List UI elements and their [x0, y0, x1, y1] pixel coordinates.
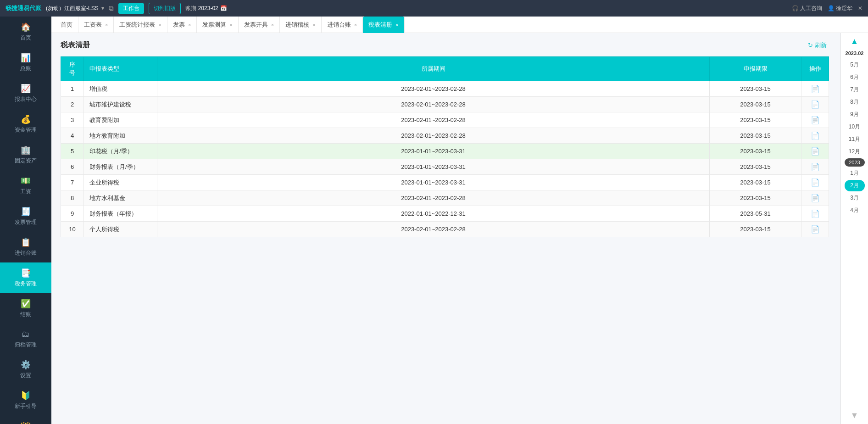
sidebar-item-guide[interactable]: 🔰 新手引导	[0, 385, 51, 416]
tab-tax-register[interactable]: 税表清册 ×	[363, 17, 404, 33]
table-row: 6 财务报表（月/季） 2023-01-01~2023-03-31 2023-0…	[61, 159, 829, 175]
company-dropdown-icon[interactable]: ▾	[101, 5, 104, 11]
sidebar-item-invoice[interactable]: 🧾 发票管理	[0, 201, 51, 232]
tab-home[interactable]: 首页	[55, 17, 78, 33]
cal-up-button[interactable]: ▲	[851, 37, 859, 46]
sidebar-label-fund: 资金管理	[15, 126, 37, 134]
action-icon-7[interactable]: 📄	[811, 194, 820, 202]
cal-down-button[interactable]: ▼	[851, 411, 859, 420]
table-header-row: 序号 申报表类型 所属期间 申报期限 操作	[61, 57, 829, 81]
sidebar-item-salary[interactable]: 💵 工资	[0, 170, 51, 201]
tab-purchase-ledger[interactable]: 进销台账 ×	[322, 17, 363, 33]
table-row: 1 增值税 2023-02-01~2023-02-28 2023-03-15 📄	[61, 81, 829, 97]
tab-close-invoice-open[interactable]: ×	[271, 22, 274, 28]
tab-label-tax-register: 税表清册	[368, 21, 392, 29]
close-window-button[interactable]: ✕	[858, 5, 862, 11]
sidebar-item-member[interactable]: 👑 畅会员	[0, 416, 51, 424]
cal-month-9[interactable]: 9月	[845, 109, 865, 120]
copy-icon[interactable]: ⧉	[109, 4, 114, 12]
tab-salary-report[interactable]: 工资统计报表 ×	[114, 17, 167, 33]
action-icon-9[interactable]: 📄	[811, 225, 820, 233]
sidebar-item-ledger[interactable]: 📊 总账	[0, 47, 51, 78]
sidebar-item-asset[interactable]: 🏢 固定资产	[0, 139, 51, 170]
archive-icon: 🗂	[22, 329, 30, 339]
tab-invoice[interactable]: 发票 ×	[167, 17, 197, 33]
cell-deadline: 2023-03-15	[710, 81, 801, 97]
tab-close-invoice-check[interactable]: ×	[229, 22, 232, 28]
cell-period: 2023-02-01~2023-02-28	[157, 222, 710, 237]
settings-icon: ⚙️	[21, 360, 31, 370]
action-icon-6[interactable]: 📄	[811, 179, 820, 186]
cell-action: 📄	[801, 81, 829, 97]
tab-close-tax-register[interactable]: ×	[395, 22, 398, 28]
cell-type: 财务报表（月/季）	[84, 159, 157, 175]
switch-version-button[interactable]: 切到旧版	[149, 3, 181, 14]
cal-month-11[interactable]: 11月	[845, 134, 865, 145]
cal-month-6[interactable]: 6月	[845, 72, 865, 83]
cell-type: 教育费附加	[84, 112, 157, 128]
sidebar-label-guide: 新手引导	[15, 402, 37, 410]
cal-month-2[interactable]: 2月	[845, 180, 865, 191]
cal-month-10[interactable]: 10月	[845, 121, 865, 133]
cal-month-8[interactable]: 8月	[845, 96, 865, 108]
refresh-icon: ↻	[808, 42, 813, 49]
tab-invoice-check[interactable]: 发票测算 ×	[197, 17, 238, 33]
sidebar: 🏠 首页 📊 总账 📈 报表中心 💰 资金管理 🏢 固定资产 💵 工资 🧾 发票…	[0, 17, 51, 424]
action-icon-0[interactable]: 📄	[811, 85, 820, 93]
cal-month-7[interactable]: 7月	[845, 84, 865, 95]
page-title: 税表清册	[61, 40, 90, 50]
member-icon: 👑	[21, 421, 31, 424]
sidebar-label-home: 首页	[20, 34, 31, 42]
cell-type: 财务报表（年报）	[84, 206, 157, 222]
content-area: 首页 工资表 × 工资统计报表 × 发票 × 发票测算 × 发票开具 ×	[51, 17, 868, 424]
cal-month-4[interactable]: 4月	[845, 205, 865, 216]
cal-month-1[interactable]: 1月	[845, 167, 865, 179]
cal-month-3[interactable]: 3月	[845, 192, 865, 204]
sidebar-item-settle[interactable]: ✅ 结账	[0, 293, 51, 324]
sidebar-label-archive: 归档管理	[15, 341, 37, 349]
sidebar-item-fund[interactable]: 💰 资金管理	[0, 109, 51, 139]
action-icon-3[interactable]: 📄	[811, 132, 820, 139]
action-icon-5[interactable]: 📄	[811, 163, 820, 171]
tab-close-purchase-ledger[interactable]: ×	[354, 22, 357, 28]
cal-month-5[interactable]: 5月	[845, 59, 865, 71]
action-icon-2[interactable]: 📄	[811, 116, 820, 124]
cell-deadline: 2023-03-15	[710, 175, 801, 190]
guide-icon: 🔰	[21, 391, 31, 401]
cell-seq: 9	[61, 206, 84, 222]
tab-close-invoice[interactable]: ×	[188, 22, 191, 28]
refresh-button[interactable]: ↻ 刷新	[808, 41, 827, 50]
cell-deadline: 2023-03-15	[710, 112, 801, 128]
tab-bar: 首页 工资表 × 工资统计报表 × 发票 × 发票测算 × 发票开具 ×	[51, 17, 868, 33]
sidebar-item-archive[interactable]: 🗂 归档管理	[0, 324, 51, 354]
action-icon-1[interactable]: 📄	[811, 100, 820, 108]
calendar-icon[interactable]: 📅	[220, 5, 227, 11]
tab-close-salary[interactable]: ×	[105, 22, 108, 28]
cal-month-12[interactable]: 12月	[845, 146, 865, 157]
tab-close-salary-report[interactable]: ×	[158, 22, 161, 28]
action-icon-8[interactable]: 📄	[811, 210, 820, 218]
tab-invoice-open[interactable]: 发票开具 ×	[239, 17, 280, 33]
cell-action: 📄	[801, 222, 829, 237]
salary-icon: 💵	[21, 176, 31, 186]
tab-salary[interactable]: 工资表 ×	[78, 17, 114, 33]
sidebar-item-home[interactable]: 🏠 首页	[0, 17, 51, 47]
workbench-button[interactable]: 工作台	[118, 3, 144, 14]
tab-label-salary: 工资表	[84, 21, 102, 29]
sidebar-item-settings[interactable]: ⚙️ 设置	[0, 354, 51, 385]
cell-seq: 7	[61, 175, 84, 190]
cell-type: 增值税	[84, 81, 157, 97]
user-avatar[interactable]: 👤 徐淫华	[828, 5, 852, 12]
tab-close-purchase-check[interactable]: ×	[312, 22, 315, 28]
cell-deadline: 2023-03-15	[710, 222, 801, 237]
tab-label-purchase-ledger: 进销台账	[327, 21, 351, 29]
period-info: 账期 2023-02 📅	[185, 5, 227, 12]
tab-purchase-check[interactable]: 进销稽核 ×	[280, 17, 321, 33]
action-icon-4[interactable]: 📄	[811, 147, 820, 155]
service-button[interactable]: 🎧 人工咨询	[792, 5, 822, 12]
sidebar-item-report[interactable]: 📈 报表中心	[0, 78, 51, 109]
sidebar-item-purchase[interactable]: 📋 进销台账	[0, 232, 51, 262]
sidebar-label-ledger: 总账	[20, 65, 31, 73]
tab-label-invoice: 发票	[173, 21, 185, 29]
sidebar-item-tax[interactable]: 📑 税务管理	[0, 262, 51, 293]
